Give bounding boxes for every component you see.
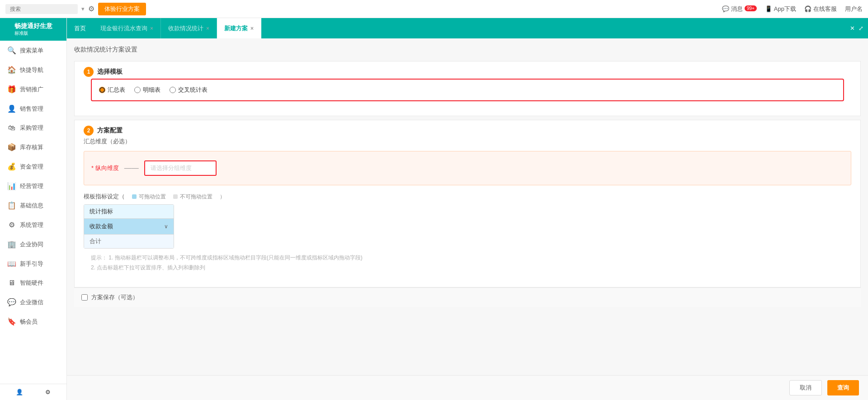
query-button[interactable]: 查询 <box>827 380 859 395</box>
step2-block: 2 方案配置 汇总维度（必选） * 纵向维度 —— 请选择分组维度 模板指标设定… <box>74 120 861 287</box>
sidebar-label-hardware: 智能硬件 <box>20 279 43 287</box>
legend-draggable-label: 可拖动位置 <box>139 193 166 201</box>
sidebar-item-basic[interactable]: 📋 基础信息 <box>0 196 66 215</box>
radio-detail-input[interactable] <box>134 87 141 93</box>
tab-bank[interactable]: 现金银行流水查询 × <box>93 18 161 38</box>
metrics-table-footer: 合计 <box>84 234 174 248</box>
metrics-cell-dropdown-icon[interactable]: ∨ <box>164 223 168 230</box>
chart-icon: 📊 <box>7 182 16 190</box>
home-icon: 🏠 <box>7 66 16 74</box>
radio-summary-label: 汇总表 <box>108 86 125 94</box>
sidebar-item-finance[interactable]: 💰 资金管理 <box>0 157 66 176</box>
page-title: 收款情况统计方案设置 <box>74 46 861 54</box>
sidebar-item-operation[interactable]: 📊 经营管理 <box>0 176 66 196</box>
radio-detail-label: 明细表 <box>143 86 160 94</box>
tab-bar: 首页 现金银行流水查询 × 收款情况统计 × 新建方案 × ✕ ⤢ <box>67 18 868 38</box>
sidebar: 畅捷通好生意 标准版 🔍 搜索菜单 🏠 快捷导航 🎁 营销推广 👤 销售管理 🛍… <box>0 18 67 400</box>
company-icon: 🏢 <box>7 240 16 249</box>
message-item[interactable]: 💬 消息 99+ <box>722 5 757 13</box>
sidebar-item-marketing[interactable]: 🎁 营销推广 <box>0 80 66 99</box>
top-bar-left: ▾ ⚙ 体验行业方案 <box>5 3 146 15</box>
metrics-table-cell[interactable]: 收款金额 ∨ <box>84 219 174 234</box>
sidebar-item-hardware[interactable]: 🖥 智能硬件 <box>0 273 66 292</box>
legend-draggable-dot <box>132 194 137 199</box>
top-bar-right: 💬 消息 99+ 📱 App下载 🎧 在线客服 用户名 <box>722 5 863 13</box>
dropdown-icon[interactable]: ▾ <box>81 5 85 12</box>
tab-maximize-icon[interactable]: ⤢ <box>859 25 863 32</box>
tab-stats[interactable]: 收款情况统计 × <box>161 18 217 38</box>
step2-header: 2 方案配置 <box>75 120 860 137</box>
save-label: 方案保存（可选） <box>91 293 138 301</box>
user-name[interactable]: 用户名 <box>845 5 863 13</box>
sidebar-label-purchase: 采购管理 <box>20 124 43 132</box>
member-icon: 🔖 <box>7 317 16 326</box>
download-icon: 📱 <box>765 5 772 12</box>
radio-detail[interactable]: 明细表 <box>134 86 160 94</box>
search-icon: 🔍 <box>7 46 16 55</box>
tab-close-window-icon[interactable]: ✕ <box>850 25 855 32</box>
gear-icon[interactable]: ⚙ <box>88 5 94 13</box>
legend-nondraggable-dot <box>173 194 178 199</box>
logo-text: 畅捷通好生意 <box>14 22 52 30</box>
page-content: 收款情况统计方案设置 1 选择模板 汇总表 <box>67 38 868 375</box>
sidebar-item-inventory[interactable]: 📦 库存核算 <box>0 137 66 157</box>
message-label: 消息 <box>731 5 743 13</box>
tab-bank-label: 现金银行流水查询 <box>100 24 147 33</box>
sidebar-label-sales: 销售管理 <box>20 105 43 113</box>
service-item[interactable]: 🎧 在线客服 <box>804 5 837 13</box>
legend-nondraggable-item: 不可拖动位置 <box>173 193 212 201</box>
sidebar-item-member[interactable]: 🔖 畅会员 <box>0 312 66 331</box>
main-layout: 畅捷通好生意 标准版 🔍 搜索菜单 🏠 快捷导航 🎁 营销推广 👤 销售管理 🛍… <box>0 18 868 400</box>
sidebar-label-member: 畅会员 <box>20 318 38 326</box>
metrics-title: 模板指标设定（ <box>84 193 125 201</box>
metrics-legend: 可拖动位置 不可拖动位置 ） <box>132 193 225 201</box>
bag-icon: 🛍 <box>7 124 16 132</box>
sidebar-item-wechat[interactable]: 💬 企业微信 <box>0 292 66 312</box>
message-badge: 99+ <box>745 5 757 11</box>
download-item[interactable]: 📱 App下载 <box>765 5 796 13</box>
user-icon: 👤 <box>7 104 16 113</box>
cancel-button[interactable]: 取消 <box>789 380 822 395</box>
sidebar-bottom-icon2[interactable]: ⚙ <box>45 389 51 395</box>
sidebar-bottom-icon1[interactable]: 👤 <box>16 389 23 395</box>
tab-home[interactable]: 首页 <box>67 18 93 38</box>
trial-btn[interactable]: 体验行业方案 <box>98 3 146 15</box>
system-gear-icon: ⚙ <box>7 221 16 229</box>
sidebar-item-quick-nav[interactable]: 🏠 快捷导航 <box>0 60 66 80</box>
save-checkbox[interactable] <box>81 294 88 301</box>
search-input[interactable] <box>5 4 78 14</box>
radio-summary-input[interactable] <box>99 87 105 93</box>
radio-summary[interactable]: 汇总表 <box>99 86 125 94</box>
tab-new-plan[interactable]: 新建方案 × <box>217 18 261 38</box>
tips-section: 提示： 1. 拖动标题栏可以调整布局，不可跨维度或指标区域拖动栏目字段(只能在同… <box>84 249 851 280</box>
tip-item-2: 2. 点击标题栏下拉可设置排序、插入列和删除列 <box>91 263 844 273</box>
sidebar-item-company[interactable]: 🏢 企业协同 <box>0 235 66 254</box>
sidebar-label-quick-nav: 快捷导航 <box>20 66 43 74</box>
action-bar: 取消 查询 <box>67 375 868 400</box>
content-area: 首页 现金银行流水查询 × 收款情况统计 × 新建方案 × ✕ ⤢ 收款情况统计… <box>67 18 868 400</box>
step1-content: 汇总表 明细表 交叉统计表 <box>75 79 860 116</box>
radio-cross[interactable]: 交叉统计表 <box>170 86 208 94</box>
guide-icon: 📖 <box>7 259 16 268</box>
sidebar-item-search[interactable]: 🔍 搜索菜单 <box>0 41 66 60</box>
hardware-icon: 🖥 <box>7 279 16 287</box>
box-icon: 📦 <box>7 143 16 151</box>
money-icon: 💰 <box>7 162 16 171</box>
dimension-arrow: —— <box>124 164 139 172</box>
sidebar-label-marketing: 营销推广 <box>20 85 43 94</box>
dimension-select[interactable]: 请选择分组维度 <box>144 160 217 176</box>
sidebar-item-purchase[interactable]: 🛍 采购管理 <box>0 118 66 137</box>
sidebar-label-operation: 经营管理 <box>20 182 43 190</box>
top-bar: ▾ ⚙ 体验行业方案 💬 消息 99+ 📱 App下载 🎧 在线客服 用户名 <box>0 0 868 18</box>
radio-cross-input[interactable] <box>170 87 176 93</box>
tab-new-plan-close[interactable]: × <box>250 25 254 32</box>
tab-new-plan-label: 新建方案 <box>224 24 248 33</box>
tab-bank-close[interactable]: × <box>150 25 153 32</box>
sidebar-item-sales[interactable]: 👤 销售管理 <box>0 99 66 118</box>
sidebar-item-guide[interactable]: 📖 新手引导 <box>0 254 66 273</box>
dimension-area: * 纵向维度 —— 请选择分组维度 <box>84 151 851 185</box>
tab-stats-close[interactable]: × <box>206 25 209 32</box>
sidebar-item-system[interactable]: ⚙ 系统管理 <box>0 215 66 235</box>
logo-sub: 标准版 <box>14 30 52 37</box>
step1-header: 1 选择模板 <box>75 61 860 79</box>
